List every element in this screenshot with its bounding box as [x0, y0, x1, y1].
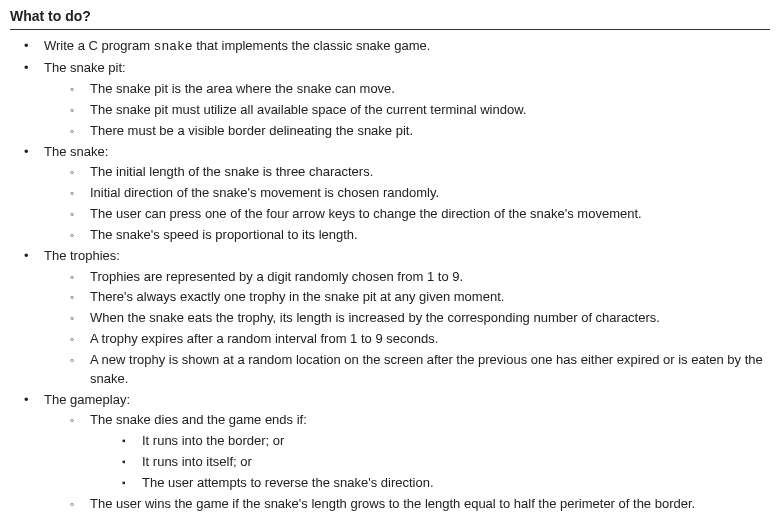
- list-item-text: The user attempts to reverse the snake's…: [142, 475, 434, 490]
- list-item: The snake pit:: [44, 58, 770, 79]
- list-item: The user attempts to reverse the snake's…: [142, 473, 770, 494]
- list-item: The snake pit is the area where the snak…: [90, 79, 770, 100]
- list-item-text: When the snake eats the trophy, its leng…: [90, 310, 660, 325]
- list-item-text: It runs into itself; or: [142, 454, 252, 469]
- list-item-text: that implements the classic snake game.: [193, 38, 431, 53]
- list-item: The gameplay:: [44, 390, 770, 411]
- list-item-text: There must be a visible border delineati…: [90, 123, 413, 138]
- list-item: The snake pit must utilize all available…: [90, 100, 770, 121]
- list-item: The trophies:: [44, 246, 770, 267]
- list-item: Trophies are represented by a digit rand…: [90, 267, 770, 288]
- list-item: The snake dies and the game ends if:: [90, 410, 770, 431]
- list-item-text: The gameplay:: [44, 392, 130, 407]
- list-item: The user can press one of the four arrow…: [90, 204, 770, 225]
- nested-list: It runs into the border; orIt runs into …: [90, 431, 770, 494]
- nested-list: The snake pit is the area where the snak…: [44, 79, 770, 142]
- list-item: When the snake eats the trophy, its leng…: [90, 308, 770, 329]
- list-item-text: The snake pit:: [44, 60, 126, 75]
- nested-list: The snake dies and the game ends if:It r…: [44, 410, 770, 514]
- nested-list: The initial length of the snake is three…: [44, 162, 770, 245]
- list-item: Initial direction of the snake's movemen…: [90, 183, 770, 204]
- list-item-text: The initial length of the snake is three…: [90, 164, 373, 179]
- list-item: It runs into the border; or: [142, 431, 770, 452]
- list-item: A trophy expires after a random interval…: [90, 329, 770, 350]
- list-item: It runs into itself; or: [142, 452, 770, 473]
- list-item: A new trophy is shown at a random locati…: [90, 350, 770, 390]
- list-item: There's always exactly one trophy in the…: [90, 287, 770, 308]
- list-item: The snake's speed is proportional to its…: [90, 225, 770, 246]
- list-item-text: Initial direction of the snake's movemen…: [90, 185, 439, 200]
- nested-list: Trophies are represented by a digit rand…: [44, 267, 770, 390]
- list-item: The snake:: [44, 142, 770, 163]
- requirement-list: Write a C program snake that implements …: [10, 36, 770, 514]
- list-item-text: A trophy expires after a random interval…: [90, 331, 438, 346]
- list-item-text: The snake dies and the game ends if:: [90, 412, 307, 427]
- list-item-text: The snake pit must utilize all available…: [90, 102, 526, 117]
- list-item: The user wins the game if the snake's le…: [90, 494, 770, 515]
- list-item-text: The trophies:: [44, 248, 120, 263]
- section-heading: What to do?: [10, 6, 770, 30]
- list-item-text: The user can press one of the four arrow…: [90, 206, 642, 221]
- list-item-text: There's always exactly one trophy in the…: [90, 289, 504, 304]
- list-item-text: The user wins the game if the snake's le…: [90, 496, 695, 511]
- list-item: Write a C program snake that implements …: [44, 36, 770, 58]
- list-item: The initial length of the snake is three…: [90, 162, 770, 183]
- list-item-text: Trophies are represented by a digit rand…: [90, 269, 463, 284]
- list-item-text: The snake pit is the area where the snak…: [90, 81, 395, 96]
- inline-code: snake: [154, 39, 193, 54]
- list-item-text: The snake:: [44, 144, 108, 159]
- list-item-text: Write a C program: [44, 38, 154, 53]
- list-item-text: A new trophy is shown at a random locati…: [90, 352, 763, 386]
- list-item-text: The snake's speed is proportional to its…: [90, 227, 358, 242]
- list-item-text: It runs into the border; or: [142, 433, 284, 448]
- list-item: There must be a visible border delineati…: [90, 121, 770, 142]
